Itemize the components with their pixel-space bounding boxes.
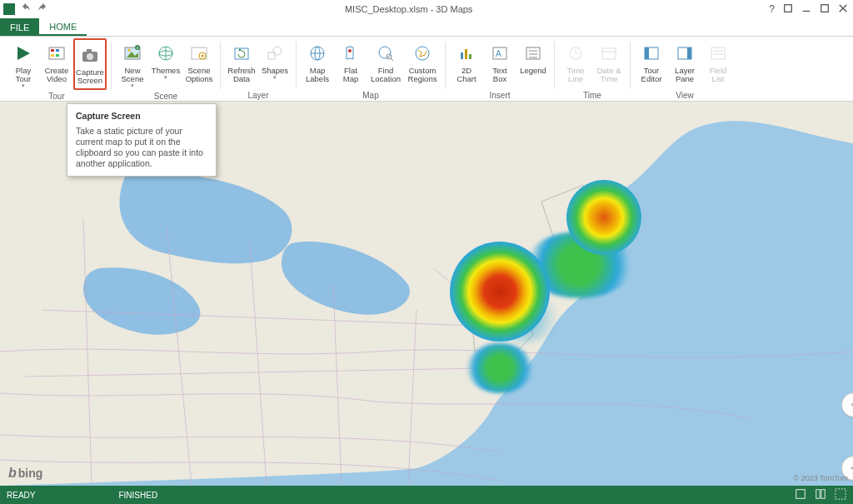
text-box-icon: A xyxy=(488,42,511,65)
ribbon-group-layer: Refresh Data Shapes ▾ Layer xyxy=(223,38,293,101)
chart-2d-button[interactable]: 2D Chart xyxy=(450,38,483,89)
timeline-icon xyxy=(564,42,587,65)
bing-logo: b bing xyxy=(8,466,42,481)
create-video-button[interactable]: Create Video xyxy=(40,38,73,90)
panel-left-icon xyxy=(640,42,663,65)
svg-point-12 xyxy=(87,53,93,60)
svg-point-36 xyxy=(416,47,429,60)
svg-point-28 xyxy=(273,47,282,55)
window-controls: ? xyxy=(769,3,853,15)
svg-point-24 xyxy=(202,55,204,57)
minimize-button[interactable] xyxy=(801,3,811,15)
svg-rect-38 xyxy=(465,49,467,59)
svg-rect-61 xyxy=(821,490,825,499)
ribbon-group-scene: + New Scene ▾ Themes ▾ Scene Options Sce… xyxy=(114,38,217,101)
ribbon-display-button[interactable] xyxy=(783,3,793,15)
status-finished: FINISHED xyxy=(118,491,157,500)
svg-rect-13 xyxy=(87,49,92,52)
svg-rect-62 xyxy=(836,489,846,499)
custom-regions-button[interactable]: Custom Regions xyxy=(404,38,441,89)
view-mode-1[interactable] xyxy=(795,488,806,502)
field-list-button: Field List xyxy=(701,38,735,89)
svg-point-16 xyxy=(128,49,131,52)
group-label-scene: Scene xyxy=(154,90,177,102)
group-label-insert: Insert xyxy=(489,89,510,101)
title-bar: MISC_Desktop.xlsm - 3D Maps ? xyxy=(0,0,853,18)
shapes-icon xyxy=(263,42,287,65)
legend-icon xyxy=(521,42,545,65)
film-icon xyxy=(45,42,68,65)
tooltip-capture-screen: Capture Screen Take a static picture of … xyxy=(67,103,217,177)
svg-point-33 xyxy=(379,47,391,58)
themes-button[interactable]: Themes ▾ xyxy=(149,38,182,90)
ribbon-group-map: Map Labels Flat Map Find Location Custom… xyxy=(299,38,442,101)
view-mode-2[interactable] xyxy=(815,488,826,502)
svg-rect-39 xyxy=(469,54,471,59)
svg-rect-49 xyxy=(602,48,616,59)
svg-rect-54 xyxy=(687,47,691,59)
flat-map-button[interactable]: Flat Map xyxy=(334,38,367,89)
scene-options-button[interactable]: Scene Options xyxy=(182,38,216,90)
tab-file[interactable]: FILE xyxy=(0,18,39,36)
group-label-tour: Tour xyxy=(48,90,64,102)
svg-text:+: + xyxy=(137,45,139,50)
tab-home[interactable]: HOME xyxy=(39,18,87,36)
chevron-down-icon: ▾ xyxy=(131,83,134,88)
ribbon-group-view: Tour Editor Layer Pane Field List View xyxy=(633,38,736,101)
shapes-button[interactable]: Shapes ▾ xyxy=(258,38,292,89)
close-button[interactable] xyxy=(838,3,848,15)
layer-pane-button[interactable]: Layer Pane xyxy=(668,38,701,89)
bing-b-icon: b xyxy=(8,466,17,481)
svg-rect-7 xyxy=(51,49,54,52)
legend-button[interactable]: Legend xyxy=(516,38,550,89)
tour-editor-button[interactable]: Tour Editor xyxy=(635,38,668,89)
svg-line-35 xyxy=(391,58,393,61)
refresh-icon xyxy=(230,42,253,65)
picture-icon: + xyxy=(121,42,144,65)
chevron-down-icon: ▾ xyxy=(22,83,25,88)
svg-text:A: A xyxy=(496,49,501,58)
new-scene-button[interactable]: + New Scene ▾ xyxy=(116,38,149,90)
calendar-icon xyxy=(597,42,621,65)
search-globe-icon xyxy=(374,42,397,65)
undo-button[interactable] xyxy=(20,2,32,16)
svg-rect-60 xyxy=(816,490,820,499)
redo-button[interactable] xyxy=(37,2,48,16)
excel-app-icon xyxy=(3,3,15,15)
help-button[interactable]: ? xyxy=(769,3,775,15)
map-copyright: © 2023 TomTom xyxy=(794,474,849,482)
svg-rect-55 xyxy=(711,47,725,59)
ribbon-group-tour: Play Tour ▾ Create Video Capture Screen … xyxy=(5,38,108,101)
flat-map-icon xyxy=(339,42,362,65)
date-time-button: Date & Time xyxy=(592,38,626,89)
svg-rect-2 xyxy=(821,5,829,12)
globe-icon xyxy=(154,42,177,65)
view-mode-3[interactable] xyxy=(835,488,846,502)
maximize-button[interactable] xyxy=(820,3,830,15)
group-label-view: View xyxy=(676,89,694,101)
capture-screen-button[interactable]: Capture Screen xyxy=(73,38,107,90)
text-box-button[interactable]: A Text Box xyxy=(483,38,516,89)
svg-rect-9 xyxy=(51,54,54,57)
group-label-layer: Layer xyxy=(247,89,268,101)
svg-rect-52 xyxy=(645,47,649,59)
status-ready: READY xyxy=(7,491,35,500)
ribbon: Play Tour ▾ Create Video Capture Screen … xyxy=(0,37,853,102)
bar-chart-icon xyxy=(455,42,478,65)
chevron-down-icon: ▾ xyxy=(164,75,167,80)
svg-rect-59 xyxy=(796,490,806,499)
list-icon xyxy=(706,42,730,65)
ribbon-group-insert: 2D Chart A Text Box Legend Insert xyxy=(448,38,551,101)
regions-icon xyxy=(411,42,434,65)
group-label-time: Time xyxy=(583,89,601,101)
refresh-data-button[interactable]: Refresh Data xyxy=(225,38,258,89)
find-location-button[interactable]: Find Location xyxy=(367,38,404,89)
window-title: MISC_Desktop.xlsm - 3D Maps xyxy=(48,4,769,14)
play-tour-button[interactable]: Play Tour ▾ xyxy=(7,38,40,90)
map-labels-button[interactable]: Map Labels xyxy=(301,38,334,89)
ribbon-tabs: FILE HOME xyxy=(0,18,853,37)
status-bar: READY FINISHED xyxy=(0,486,853,504)
quick-access-toolbar xyxy=(0,2,48,16)
options-icon xyxy=(187,42,211,65)
time-line-button: Time Line xyxy=(559,38,592,89)
